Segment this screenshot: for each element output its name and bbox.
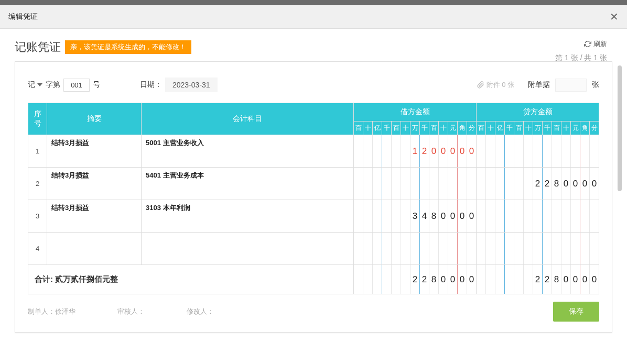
refresh-button[interactable]: 刷新 <box>584 39 607 49</box>
row-account[interactable]: 3103 本年利润 <box>142 200 354 233</box>
row-credit[interactable] <box>477 135 599 168</box>
voucher-type-dropdown[interactable]: 记 <box>28 80 42 90</box>
digit-header: 角 <box>580 122 590 135</box>
total-row: 合计: 贰万贰仟捌佰元整22800002280000 <box>28 265 599 294</box>
col-account: 会计科目 <box>142 103 354 135</box>
digit-header: 万 <box>533 122 543 135</box>
digit-header: 千 <box>543 122 552 135</box>
digit-header: 百 <box>429 122 439 135</box>
row-debit[interactable]: 3480000 <box>354 200 477 233</box>
modal-header: 编辑凭证 ✕ <box>0 5 627 29</box>
row-summary[interactable]: 结转3月损益 <box>47 168 142 200</box>
refresh-icon <box>584 40 591 48</box>
row-seq: 1 <box>28 135 47 168</box>
digit-header: 十 <box>363 122 373 135</box>
table-row[interactable]: 3结转3月损益3103 本年利润3480000 <box>28 200 599 233</box>
modal-title: 编辑凭证 <box>8 12 38 21</box>
digit-header: 十 <box>401 122 410 135</box>
row-credit[interactable] <box>477 233 599 265</box>
digit-header: 百 <box>552 122 561 135</box>
row-account[interactable] <box>142 233 354 265</box>
page-counter: 第 1 张 / 共 1 张 <box>555 53 607 63</box>
row-credit[interactable] <box>477 200 599 233</box>
modifier-field: 修改人： <box>187 307 214 316</box>
digit-header: 元 <box>448 122 458 135</box>
total-debit: 2280000 <box>354 265 477 294</box>
row-seq: 4 <box>28 233 47 265</box>
attachment-count: 附件 0 张 <box>487 80 514 90</box>
voucher-card: 记 字第 号 日期： 2023-03-31 附件 0 张 附单据 张 <box>15 61 612 333</box>
row-debit[interactable] <box>354 233 477 265</box>
digit-header: 万 <box>410 122 420 135</box>
row-debit[interactable]: 1200000 <box>354 135 477 168</box>
row-account[interactable]: 5001 主营业务收入 <box>142 135 354 168</box>
maker-field: 制单人：俆泽华 <box>28 307 75 316</box>
digit-header: 千 <box>505 122 514 135</box>
refresh-label: 刷新 <box>593 39 607 49</box>
total-label: 合计: 贰万贰仟捌佰元整 <box>28 265 354 294</box>
row-credit[interactable]: 2280000 <box>477 168 599 200</box>
digit-header: 百 <box>514 122 524 135</box>
date-picker[interactable]: 2023-03-31 <box>165 78 218 92</box>
table-row[interactable]: 1结转3月损益5001 主营业务收入1200000 <box>28 135 599 168</box>
col-credit: 贷方金额 <box>477 103 599 122</box>
row-summary[interactable]: 结转3月损益 <box>47 200 142 233</box>
digit-header: 十 <box>486 122 495 135</box>
attach-doc-label-pre: 附单据 <box>528 80 550 90</box>
digit-header: 百 <box>392 122 401 135</box>
maker-name: 俆泽华 <box>55 307 75 315</box>
attachment-link[interactable]: 附件 0 张 <box>477 80 514 90</box>
row-seq: 3 <box>28 200 47 233</box>
total-credit: 2280000 <box>477 265 599 294</box>
save-button[interactable]: 保存 <box>553 302 599 322</box>
digit-header: 元 <box>571 122 580 135</box>
digit-header: 千 <box>382 122 392 135</box>
attach-doc-input[interactable] <box>555 79 587 92</box>
zi-label-post: 号 <box>93 80 100 90</box>
maker-label: 制单人： <box>28 307 55 315</box>
table-row[interactable]: 4 <box>28 233 599 265</box>
scrollbar[interactable] <box>618 65 622 191</box>
row-account[interactable]: 5401 主营业务成本 <box>142 168 354 200</box>
chevron-down-icon <box>37 83 42 86</box>
auditor-field: 审核人： <box>117 307 145 316</box>
attach-doc-label-post: 张 <box>592 80 599 90</box>
row-debit[interactable] <box>354 168 477 200</box>
digit-header: 分 <box>590 122 599 135</box>
digit-header: 分 <box>467 122 477 135</box>
col-summary: 摘要 <box>47 103 142 135</box>
digit-header: 角 <box>458 122 467 135</box>
digit-header: 百 <box>477 122 486 135</box>
voucher-number-input[interactable] <box>63 79 90 92</box>
warning-banner: 亲，该凭证是系统生成的，不能修改！ <box>65 40 191 54</box>
table-row[interactable]: 2结转3月损益5401 主营业务成本2280000 <box>28 168 599 200</box>
digit-header: 千 <box>420 122 429 135</box>
digit-header: 百 <box>354 122 363 135</box>
col-seq: 序号 <box>28 103 47 135</box>
close-icon[interactable]: ✕ <box>610 10 619 23</box>
footer-line: 制单人：俆泽华 审核人： 修改人： 保存 <box>28 302 599 322</box>
voucher-meta-row: 记 字第 号 日期： 2023-03-31 附件 0 张 附单据 张 <box>28 78 599 92</box>
date-label: 日期： <box>140 80 162 90</box>
paperclip-icon <box>477 81 484 89</box>
digit-header: 亿 <box>495 122 505 135</box>
digit-header: 亿 <box>373 122 382 135</box>
page-title: 记账凭证 <box>15 39 61 55</box>
voucher-table: 序号 摘要 会计科目 借方金额 贷方金额 百十亿千百十万千百十元角分百十亿千百十… <box>28 103 599 294</box>
digit-header: 十 <box>439 122 448 135</box>
zi-label-pre: 字第 <box>46 80 60 90</box>
col-debit: 借方金额 <box>354 103 477 122</box>
digit-header: 十 <box>561 122 571 135</box>
voucher-type-value: 记 <box>28 80 35 90</box>
digit-header: 十 <box>524 122 533 135</box>
row-seq: 2 <box>28 168 47 200</box>
row-summary[interactable] <box>47 233 142 265</box>
window-chrome-bar <box>0 0 627 5</box>
row-summary[interactable]: 结转3月损益 <box>47 135 142 168</box>
